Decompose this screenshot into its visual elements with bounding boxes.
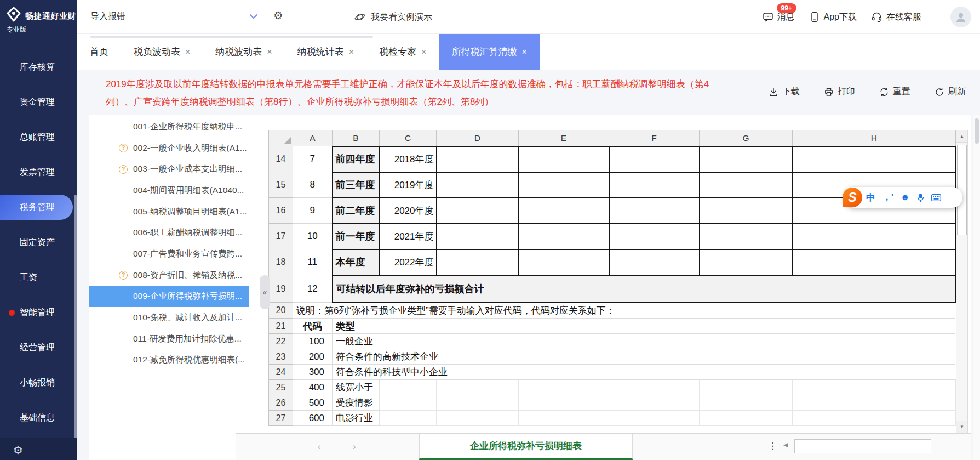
cell-A24[interactable]: 300	[293, 365, 333, 380]
settings-gear-icon[interactable]: ⚙	[273, 9, 283, 22]
report-list-item[interactable]: 011-研发费用加计扣除优惠...	[89, 328, 249, 350]
sidebar-item[interactable]: 固定资产	[0, 225, 77, 260]
cell-F17[interactable]	[609, 224, 700, 249]
cell-A16[interactable]: 9	[293, 198, 333, 224]
cell-B24[interactable]: 符合条件的科技型中小企业	[333, 365, 956, 380]
cell-C27[interactable]	[380, 411, 437, 426]
cell-D18[interactable]	[437, 249, 519, 275]
cell-B14[interactable]: 前四年度	[333, 146, 380, 172]
cell-G17[interactable]	[700, 224, 793, 249]
sidebar-item[interactable]: 工资	[0, 260, 77, 295]
tab-item[interactable]: 首页	[77, 34, 121, 70]
page-scrollbar-thumb[interactable]	[975, 118, 979, 144]
report-list-item[interactable]: 006-职工薪酬纳税调整明细...	[89, 222, 249, 243]
report-list-item[interactable]: 009-企业所得税弥补亏损明...	[89, 286, 249, 308]
cell-B23[interactable]: 符合条件的高新技术企业	[333, 349, 956, 365]
sidebar-item[interactable]: 基础信息	[0, 400, 77, 435]
help-icon[interactable]: ?	[119, 165, 128, 174]
report-list-item[interactable]: ?003-一般企业成本支出明细...	[89, 158, 249, 180]
report-list-item[interactable]: 010-免税、减计收入及加计...	[89, 307, 249, 328]
cell-H14[interactable]	[793, 146, 956, 172]
tab-close-icon[interactable]: ×	[267, 47, 272, 57]
row-header-20[interactable]: 20	[269, 303, 293, 319]
cell-E14[interactable]	[519, 146, 609, 172]
cell-A27[interactable]: 600	[293, 411, 333, 426]
cell-E25[interactable]	[519, 380, 609, 395]
cell-F27[interactable]	[609, 411, 700, 426]
cell-D15[interactable]	[437, 172, 519, 198]
tabs-scroll-indicator[interactable]	[90, 36, 373, 38]
column-header-F[interactable]: F	[609, 130, 700, 146]
horizontal-scrollbar[interactable]	[794, 439, 931, 453]
cell-D27[interactable]	[437, 411, 519, 426]
cell-C17[interactable]: 2021年度	[380, 224, 437, 249]
cell-E26[interactable]	[519, 395, 609, 411]
sidebar-item[interactable]: 总账管理	[0, 120, 77, 155]
cell-D14[interactable]	[437, 146, 519, 172]
sidebar-item[interactable]: 经营管理	[0, 330, 77, 365]
cell-G26[interactable]	[700, 395, 793, 411]
import-error-dropdown[interactable]: 导入报错	[90, 7, 257, 27]
column-header-C[interactable]: C	[380, 130, 437, 146]
help-icon[interactable]: ?	[119, 144, 128, 152]
cell-B25[interactable]: 线宽小于	[333, 380, 380, 395]
sheet-menu-dots-icon[interactable]: ⋮	[768, 440, 777, 452]
app-download-button[interactable]: App下载	[809, 12, 857, 23]
ime-emoji-icon[interactable]: ☻	[901, 192, 910, 202]
cell-C18[interactable]: 2022年度	[380, 249, 437, 275]
column-header-A[interactable]: A	[293, 130, 333, 146]
cell-G27[interactable]	[700, 411, 793, 426]
cell-H27[interactable]	[793, 411, 956, 426]
collapse-panel-handle[interactable]: «	[260, 275, 270, 309]
cell-B26[interactable]: 受疫情影	[333, 395, 380, 411]
report-list-item[interactable]: ?002-一般企业收入明细表(A1...	[89, 138, 249, 159]
sheet-nav-next-icon[interactable]: ›	[353, 434, 356, 460]
cell-A25[interactable]: 400	[293, 380, 333, 395]
row-header-23[interactable]: 23	[269, 349, 293, 365]
cell-G16[interactable]	[700, 198, 793, 224]
tab-item[interactable]: 纳税统计表×	[285, 34, 366, 70]
cell-A17[interactable]: 10	[293, 224, 333, 249]
column-header-D[interactable]: D	[437, 130, 519, 146]
row-header-17[interactable]: 17	[269, 224, 293, 249]
cell-B17[interactable]: 前一年度	[333, 224, 380, 249]
ime-keyboard-icon[interactable]	[931, 194, 941, 201]
sidebar-scrollbar-thumb[interactable]	[74, 195, 77, 439]
avatar[interactable]	[950, 7, 971, 27]
cell-B21[interactable]: 类型	[333, 319, 956, 334]
cell-B16[interactable]: 前二年度	[333, 198, 380, 224]
row-header-18[interactable]: 18	[269, 249, 293, 275]
cell-C15[interactable]: 2019年度	[380, 172, 437, 198]
ime-language-toggle[interactable]: 中	[866, 191, 875, 204]
tab-item[interactable]: 纳税波动表×	[203, 34, 284, 70]
sheet-tab[interactable]: 企业所得税弥补亏损明细表	[419, 434, 633, 460]
download-button[interactable]: 下载	[769, 86, 800, 98]
cell-F25[interactable]	[609, 380, 700, 395]
cell-D16[interactable]	[437, 198, 519, 224]
cell-C14[interactable]: 2018年度	[380, 146, 437, 172]
cell-A15[interactable]: 8	[293, 172, 333, 198]
sidebar-item[interactable]: 税务管理	[0, 190, 77, 225]
row-header-21[interactable]: 21	[269, 319, 293, 334]
tab-close-icon[interactable]: ×	[521, 47, 526, 57]
cell-D26[interactable]	[437, 395, 519, 411]
cell-H17[interactable]	[793, 224, 956, 249]
cell-A18[interactable]: 11	[293, 249, 333, 275]
cell-A23[interactable]: 200	[293, 349, 333, 365]
cell-A22[interactable]: 100	[293, 334, 333, 349]
cell-F16[interactable]	[609, 198, 700, 224]
scroll-up-arrow[interactable]: ▲	[956, 130, 967, 143]
ime-microphone-icon[interactable]	[917, 193, 924, 202]
cell-B27[interactable]: 电影行业	[333, 411, 380, 426]
cell-D17[interactable]	[437, 224, 519, 249]
cell-E17[interactable]	[519, 224, 609, 249]
cell-E27[interactable]	[519, 411, 609, 426]
sidebar-item[interactable]: 库存核算	[0, 49, 77, 84]
ime-logo-icon[interactable]: S	[843, 188, 862, 207]
sidebar-settings-gear-icon[interactable]: ⚙	[13, 444, 23, 457]
cell-B19-merged[interactable]: 可结转以后年度弥补的亏损额合计	[333, 275, 956, 303]
cell-A26[interactable]: 500	[293, 395, 333, 411]
row-header-16[interactable]: 16	[269, 198, 293, 224]
help-icon[interactable]: ?	[119, 271, 128, 280]
row-header-26[interactable]: 26	[269, 395, 293, 411]
